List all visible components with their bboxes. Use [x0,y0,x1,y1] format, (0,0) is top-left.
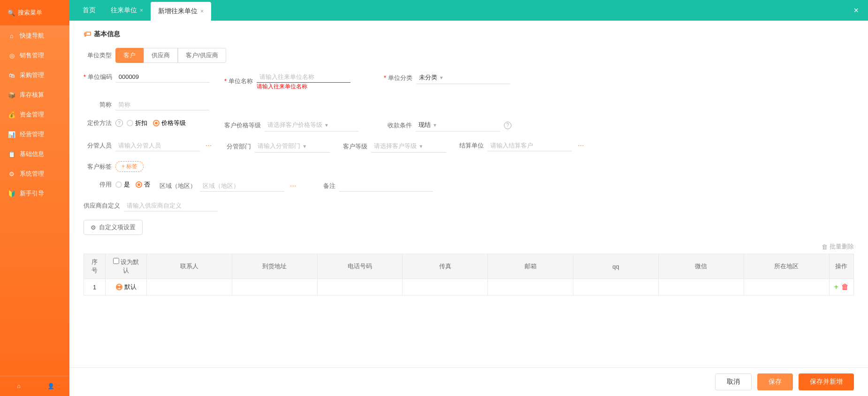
pricing-discount-circle [127,120,133,126]
region-label: 区域（地区） [160,182,196,190]
unit-category-field: * 单位分类 未分类 ▼ [384,71,515,84]
unit-code-input[interactable] [116,71,210,83]
row-del-btn[interactable]: 🗑 [841,283,849,291]
disabled-radio-group: 是 否 [115,180,150,189]
unit-type-both-btn[interactable]: 客户/供应商 [178,48,226,63]
tabbar: 首页往来单位×新增往来单位× × [69,0,868,21]
guide-label: 新手引导 [20,189,44,198]
row-region-input[interactable] [749,284,824,291]
dept-chevron-icon: ▼ [302,144,307,149]
pricing-help-icon[interactable]: ? [115,119,123,127]
supplier-custom-input[interactable] [124,200,218,211]
customer-tag-row: 客户标签 + 标签 [84,161,854,172]
dept-select[interactable]: 请输入分管部门 ▼ [255,140,330,153]
short-name-field: 简称 [84,99,209,110]
customer-level-select[interactable]: 请选择客户等级 ▼ [371,140,446,153]
tab-home[interactable]: 首页 [75,0,103,21]
customer-tag-label: 客户标签 [84,163,112,171]
customer-price-placeholder: 请选择客户价格等级 [267,121,322,129]
sidebar-home-btn[interactable]: ⌂ [4,380,34,392]
short-name-label: 简称 [84,101,112,109]
tab-partner-list[interactable]: 往来单位× [103,0,151,21]
payment-terms-select[interactable]: 现结 ▼ [416,119,500,132]
tabbar-close-btn[interactable]: × [850,6,862,16]
sales-icon: ◎ [8,51,16,60]
sidebar-user-btn[interactable]: 👤 [36,380,66,392]
pricing-radio-discount[interactable]: 折扣 [127,119,147,127]
basic-info-icon: 📋 [8,150,16,158]
email-input[interactable] [493,284,568,291]
tab-new-partner[interactable]: 新增往来单位× [151,2,211,21]
address-input[interactable] [237,284,312,291]
fax-input[interactable] [407,284,483,291]
sidebar-item-quick-nav[interactable]: ⌂快捷导航 [0,26,69,46]
footer: 取消 保存 保存并新增 [69,367,868,396]
row-add-btn[interactable]: + [834,283,838,291]
region-more-btn[interactable]: ··· [288,182,298,190]
sidebar-search[interactable]: 🔍 搜索菜单 [0,5,69,21]
section-title-text: 基本信息 [94,30,120,39]
payment-terms-help-icon[interactable]: ? [504,122,511,129]
row-default-radio[interactable] [116,284,122,290]
qq-input[interactable] [578,284,654,291]
settlement-more-btn[interactable]: ··· [576,141,586,150]
remark-input[interactable] [339,180,433,192]
sidebar-item-purchase[interactable]: 🛍采购管理 [0,65,69,85]
manager-more-btn[interactable]: ··· [204,141,213,150]
short-name-input[interactable] [115,99,209,110]
disabled-yes-radio[interactable]: 是 [115,180,130,189]
manager-input[interactable] [115,140,200,151]
settlement-input[interactable] [487,140,572,151]
customer-price-label: 客户价格等级 [224,121,261,130]
custom-settings-btn[interactable]: ⚙ 自定义项设置 [84,220,143,235]
batch-delete-btn[interactable]: 🗑 批量删除 [822,242,854,251]
row-address [232,279,317,295]
tab-label-new-partner: 新增往来单位 [158,7,198,16]
unit-category-select[interactable]: 未分类 ▼ [416,71,510,84]
contact-table: 序号 设为默认联系人到货地址电话号码传真邮箱qq微信所在地区操作 1默认+🗑 [84,254,854,295]
wechat-input[interactable] [663,284,739,291]
settlement-field: 结算单位 ··· [456,140,586,151]
sidebar-item-operations[interactable]: 📊经营管理 [0,124,69,144]
inventory-icon: 📦 [8,91,16,99]
pricing-radio-price-level[interactable]: 价格等级 [153,119,186,127]
sidebar-item-guide[interactable]: 🔰新手引导 [0,184,69,203]
row-region [744,279,829,295]
add-tag-btn[interactable]: + 标签 [115,161,144,172]
phone-input[interactable] [322,284,398,291]
tab-close-new-partner[interactable]: × [200,8,204,15]
settlement-label: 结算单位 [456,141,484,150]
sidebar-search-label: 搜索菜单 [18,8,42,17]
unit-type-row: 单位类型 客户 供应商 客户/供应商 [84,48,854,63]
region-input[interactable] [200,180,284,192]
unit-type-supplier-btn[interactable]: 供应商 [144,48,178,63]
save-button[interactable]: 保存 [757,373,793,390]
system-icon: ⚙ [8,170,16,178]
sidebar-item-finance[interactable]: 💰资金管理 [0,105,69,124]
sidebar-item-sales[interactable]: ◎销售管理 [0,46,69,65]
save-new-button[interactable]: 保存并新增 [799,373,854,390]
select-all-checkbox[interactable] [113,258,119,264]
tab-close-partner-list[interactable]: × [140,7,143,14]
table-col-序号: 序号 [84,254,106,279]
disabled-label: 停用 [84,180,112,189]
unit-type-customer-btn[interactable]: 客户 [115,48,144,63]
pricing-price-level-circle [153,120,160,126]
cancel-button[interactable]: 取消 [715,373,752,390]
contact-input[interactable] [152,284,227,291]
code-name-category-row: * 单位编码 * 单位名称 请输入往来单位名称 * 单位分类 [84,71,854,91]
row-fax [403,279,488,295]
unit-name-input[interactable] [257,71,350,83]
disabled-no-radio[interactable]: 否 [136,180,150,189]
quick-nav-label: 快捷导航 [20,31,44,40]
unit-type-field: 单位类型 客户 供应商 客户/供应商 [84,48,226,63]
table-col-操作: 操作 [829,254,853,279]
customer-price-chevron-icon: ▼ [324,123,329,128]
sidebar-item-inventory[interactable]: 📦库存核算 [0,85,69,105]
sidebar-item-system[interactable]: ⚙系统管理 [0,164,69,184]
customer-price-select[interactable]: 请选择客户价格等级 ▼ [265,119,358,132]
basic-info-label: 基础信息 [20,150,44,158]
row-default: 默认 [106,279,147,295]
sidebar-item-basic-info[interactable]: 📋基础信息 [0,144,69,164]
sales-label: 销售管理 [20,51,44,60]
